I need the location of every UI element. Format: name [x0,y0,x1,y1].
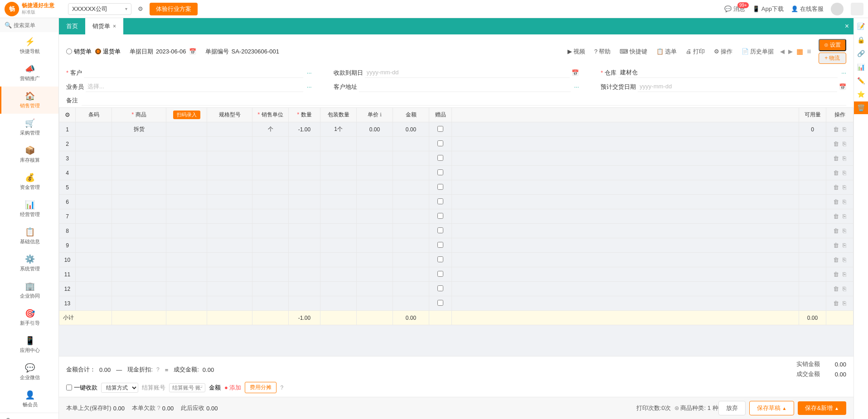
row-unit[interactable] [252,238,289,253]
print-btn[interactable]: 🖨 打印 [683,47,708,57]
row-barcode[interactable] [76,180,112,195]
tab-sales-order[interactable]: 销货单 × [85,18,123,34]
row-barcode[interactable] [76,166,112,180]
row-pkg-qty[interactable] [320,224,357,238]
total-owe-help-icon[interactable]: ? [157,405,160,411]
list-view-icon[interactable]: ≡ [807,48,811,56]
row-unit[interactable] [252,209,289,224]
right-tool-link[interactable]: 🔗 [855,47,868,60]
row-spec[interactable] [207,195,252,209]
row-unit[interactable] [252,253,289,267]
row-product[interactable] [112,209,166,224]
choose-btn[interactable]: 📋 选单 [654,47,679,57]
row-unit[interactable] [252,180,289,195]
abandon-btn[interactable]: 放弃 [718,401,746,415]
row-gift[interactable] [429,195,452,209]
warehouse-value[interactable]: 建材仓 [618,67,838,78]
row-price[interactable] [357,137,393,151]
row-spec[interactable] [207,166,252,180]
row-spec[interactable] [207,224,252,238]
row-spec[interactable] [207,267,252,282]
row-delete-icon[interactable]: 🗑 [833,169,839,176]
row-price[interactable] [357,238,393,253]
sidebar-item-basic-info[interactable]: 📋 基础信息 [0,222,58,250]
row-gift[interactable] [429,296,452,311]
row-copy-icon[interactable]: ⎘ [843,126,846,133]
row-price[interactable] [357,253,393,267]
row-barcode[interactable] [76,238,112,253]
customer-input[interactable] [84,68,303,78]
row-spec[interactable] [207,180,252,195]
row-price[interactable] [357,296,393,311]
row-amount[interactable] [393,282,429,296]
radio-sales-input[interactable] [66,48,72,54]
row-unit[interactable] [252,224,289,238]
radio-return-input[interactable] [95,48,101,54]
row-delete-icon[interactable]: 🗑 [833,271,839,278]
warehouse-more-icon[interactable]: ··· [841,69,846,76]
collection-due-calendar-icon[interactable]: 📅 [572,69,579,76]
row-price[interactable] [357,180,393,195]
right-tool-edit[interactable]: ✏️ [855,74,868,87]
row-price[interactable] [357,224,393,238]
radio-sales[interactable]: 销货单 [66,48,92,56]
row-delete-icon[interactable]: 🗑 [833,285,839,292]
row-barcode[interactable] [76,209,112,224]
row-barcode[interactable] [76,282,112,296]
row-unit[interactable] [252,282,289,296]
help-btn[interactable]: ? 帮助 [592,47,613,57]
row-copy-icon[interactable]: ⎘ [843,227,846,234]
search-input[interactable] [14,22,50,29]
sidebar-settings-btn[interactable]: ⚙ [0,413,58,419]
expected-delivery-input[interactable]: yyyy-mm-dd [638,82,837,92]
row-unit[interactable] [252,267,289,282]
row-barcode[interactable] [76,151,112,166]
gift-checkbox[interactable] [437,184,443,190]
row-qty[interactable] [289,137,320,151]
row-delete-icon[interactable]: 🗑 [833,227,839,234]
row-spec[interactable] [207,253,252,267]
salesman-more-icon[interactable]: ··· [307,83,312,90]
row-product[interactable] [112,224,166,238]
row-spec[interactable] [207,296,252,311]
company-selector[interactable]: XXXXXX公司 ▾ [68,3,131,15]
col-settings-icon[interactable]: ⚙ [65,111,70,118]
remark-input[interactable] [82,96,846,106]
tab-bar-close-icon[interactable]: × [845,22,849,30]
row-product[interactable] [112,195,166,209]
one-click-pay-checkbox[interactable] [66,385,72,390]
row-gift[interactable] [429,238,452,253]
row-unit[interactable] [252,151,289,166]
row-product[interactable] [112,137,166,151]
expected-delivery-calendar-icon[interactable]: 📅 [839,83,846,90]
row-gift[interactable] [429,267,452,282]
row-qty[interactable] [289,209,320,224]
row-product[interactable] [112,151,166,166]
row-amount[interactable] [393,195,429,209]
sidebar-item-operations[interactable]: 📊 经营管理 [0,195,58,222]
avatar[interactable] [831,3,844,15]
save-new-btn[interactable]: 保存&新增 ▲ [798,401,846,415]
row-qty[interactable] [289,166,320,180]
row-price[interactable] [357,166,393,180]
row-barcode[interactable] [76,296,112,311]
row-product[interactable] [112,180,166,195]
row-spec[interactable] [207,151,252,166]
row-qty[interactable] [289,238,320,253]
add-payment-btn[interactable]: ● 添加 [224,384,241,392]
sidebar-item-purchase[interactable]: 🛒 采购管理 [0,114,58,141]
video-btn[interactable]: ▶ 视频 [565,47,588,57]
row-amount[interactable] [393,166,429,180]
prev-icon[interactable]: ◀ [780,48,785,55]
row-product[interactable] [112,166,166,180]
save-draft-btn[interactable]: 保存草稿 ▲ [749,401,795,415]
row-price[interactable] [357,195,393,209]
row-qty[interactable] [289,282,320,296]
operate-btn[interactable]: ⚙ 操作 [711,47,735,57]
row-product[interactable] [112,282,166,296]
row-copy-icon[interactable]: ⎘ [843,300,846,307]
sidebar-item-sales[interactable]: 🏠 销售管理 [0,87,58,114]
gift-checkbox[interactable] [437,155,443,161]
row-amount[interactable] [393,209,429,224]
row-gift[interactable] [429,166,452,180]
